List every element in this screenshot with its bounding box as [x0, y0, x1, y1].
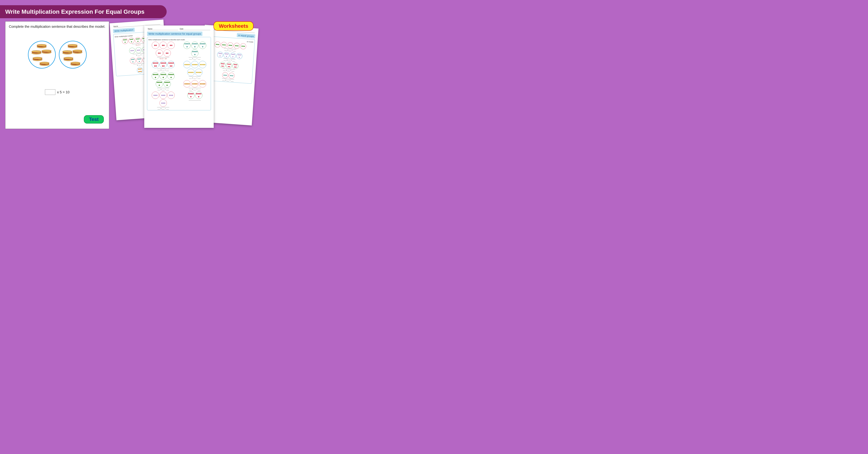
answer-input[interactable]: [45, 89, 55, 95]
worksheet-thumb[interactable]: Name Date Write multiplication sentence …: [144, 26, 214, 128]
date-field: Date: [180, 28, 210, 30]
worksheet-subtitle: Write multiplication sentence to describ…: [148, 39, 210, 41]
worksheet-header: Name Date: [147, 28, 211, 30]
hotdog-icon: [36, 44, 47, 48]
hotdog-icon: [72, 49, 83, 54]
answer-line: ___ x ___ = ___: [157, 107, 169, 109]
answer-line: ___ x ___ = ___: [189, 88, 201, 90]
hotdog-icon: [32, 57, 43, 61]
worksheet-problem: ___ x ___ = ___: [207, 41, 253, 53]
worksheet-problem: ___ x ___ = ___: [180, 61, 210, 79]
svg-point-14: [39, 62, 49, 64]
answer-line: 5 x 2 = 10: [157, 57, 169, 60]
answer-line: x ___ =: [133, 63, 146, 66]
content-row: Complete the multiplication sentence tha…: [0, 21, 260, 131]
test-button[interactable]: Test: [84, 115, 104, 124]
svg-point-26: [64, 57, 73, 59]
test-panel: Complete the multiplication sentence tha…: [5, 21, 109, 129]
answer-line: ___ x ___ = ___: [189, 76, 201, 79]
worksheet-problem: ___ x ___ = ___: [180, 42, 210, 60]
svg-point-20: [72, 50, 82, 52]
worksheet-problem: ___ x ___ = ___: [148, 72, 178, 90]
answer-line: x ___ =: [133, 53, 145, 56]
answer-line: ___ x ___ = ___: [222, 68, 235, 72]
svg-point-5: [42, 50, 51, 52]
worksheet-title: Write multiplication: [113, 28, 135, 33]
hotdog-icon: [31, 50, 42, 55]
svg-point-11: [33, 57, 42, 59]
name-field: Name: [148, 28, 178, 30]
svg-point-17: [68, 44, 78, 46]
worksheet-title: Write multiplication sentence for equal …: [147, 32, 203, 36]
page-title: Write Multiplication Expression For Equa…: [0, 5, 167, 18]
svg-point-8: [32, 51, 41, 53]
svg-point-2: [37, 44, 46, 46]
worksheet-problem: 5 x 2 = 10: [148, 42, 178, 60]
answer-line: ___ x ___ = ___: [222, 78, 234, 82]
worksheet-problem: ___ x ___ = ___: [180, 80, 210, 90]
answer-line: 5 x 4 =: [132, 43, 145, 46]
answer-line: ___ x ___ = ___: [223, 59, 236, 62]
equation-rhs: x 5 = 10: [57, 90, 70, 94]
answer-line: ___ x ___ = ___: [189, 57, 201, 60]
worksheet-problem: ___ x ___ = ___: [148, 92, 178, 109]
group-circle: [28, 41, 56, 68]
hotdog-icon: [63, 57, 74, 61]
worksheet-problem: [180, 92, 210, 101]
answer-line: ___ x ___ = ___: [157, 88, 169, 90]
hotdog-icon: [39, 61, 50, 66]
answer-line: [189, 100, 201, 101]
model-area: [9, 41, 105, 68]
worksheets-area: Worksheets Name Write multiplication Wri…: [113, 21, 255, 131]
answer-line: ___ x ___ = ___: [224, 48, 236, 52]
hotdog-icon: [67, 44, 78, 48]
worksheets-button[interactable]: Worksheets: [214, 21, 253, 31]
hotdog-icon: [41, 49, 52, 54]
answer-line: ___ x ___ = ___: [157, 69, 169, 71]
hotdog-icon: [70, 61, 81, 66]
svg-point-29: [70, 62, 80, 64]
svg-point-23: [62, 51, 72, 53]
test-instruction: Complete the multiplication sentence tha…: [9, 25, 105, 29]
worksheet-title: or equal groups: [237, 33, 255, 38]
worksheet-problem: ___ x ___ = ___: [148, 61, 178, 71]
hotdog-icon: [62, 50, 73, 55]
equation-row: x 5 = 10: [9, 89, 105, 95]
group-circle: [59, 41, 87, 68]
